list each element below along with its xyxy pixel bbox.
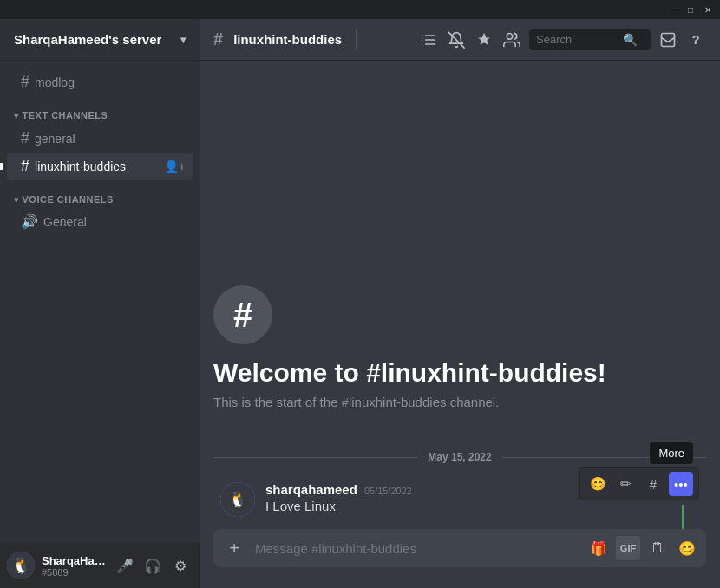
channel-label: general [35,132,75,146]
main-content: # linuxhint-buddies [200,19,720,588]
input-right-actions: 🎁 GIF 🗒 😊 [586,536,699,560]
welcome-section: # Welcome to #linuxhint-buddies! This is… [213,268,706,437]
voice-channels-section[interactable]: ▾ VOICE CHANNELS [0,180,200,208]
avatar: 🐧 [7,552,35,579]
svg-line-6 [448,31,464,47]
gif-label: GIF [620,543,636,553]
mic-icon: 🎤 [116,558,134,574]
user-actions: 🎤 🎧 ⚙ [113,553,193,578]
avatar: 🐧 [220,482,255,517]
user-info: SharqaHam... #5889 [42,554,106,578]
sidebar-item-general[interactable]: # general [7,125,193,152]
user-panel: 🐧 SharqaHam... #5889 🎤 🎧 ⚙ [0,543,200,588]
help-icon[interactable]: ? [685,29,706,50]
more-arrow [682,505,684,529]
server-header[interactable]: SharqaHameed's server ▾ [0,19,200,61]
avatar-emoji: 🐧 [7,552,35,579]
pin-message-button[interactable]: # [641,472,665,496]
pin-icon[interactable] [474,29,494,50]
app: SharqaHameed's server ▾ # modlog ▾ TEXT … [0,19,720,588]
hash-icon: # [21,157,29,175]
more-options-button[interactable]: ••• [669,472,693,496]
edit-icon: ✏ [620,476,632,492]
edit-message-button[interactable]: ✏ [613,472,638,496]
date-divider-text: May 15, 2022 [428,451,491,463]
search-bar[interactable]: 🔍 [529,29,651,50]
section-label-text: VOICE CHANNELS [23,194,114,205]
channel-label: linuxhint-buddies [35,160,126,173]
notifications-icon[interactable] [446,29,467,50]
gif-button[interactable]: GIF [616,536,640,560]
minimize-button[interactable]: − [668,4,678,15]
date-divider: May 15, 2022 [213,451,706,463]
more-icon: ••• [674,477,688,492]
gear-icon: ⚙ [174,558,187,574]
welcome-description: This is the start of the #linuxhint-budd… [213,395,706,409]
channel-header: # linuxhint-buddies [200,19,720,61]
sidebar-item-linuxhint-buddies[interactable]: # linuxhint-buddies 👤+ [7,153,193,180]
channel-header-name: linuxhint-buddies [233,32,342,47]
more-tooltip: More [650,442,693,464]
header-divider [356,29,357,50]
close-button[interactable]: ✕ [703,4,713,15]
emoji-icon: 😊 [590,476,606,492]
message-actions: 😊 ✏ # ••• More [579,467,699,500]
search-icon: 🔍 [623,33,638,47]
message-input-area: + 🎁 GIF 🗒 😊 [200,529,720,588]
sidebar-item-voice-general[interactable]: 🔊 General [7,209,193,234]
message-avatar: 🐧 [220,482,255,517]
emoji-picker-button[interactable]: 😊 [675,536,699,560]
headset-button[interactable]: 🎧 [141,553,165,578]
add-reaction-button[interactable]: 😊 [586,472,610,496]
caret-icon: ▾ [14,111,19,121]
add-attachment-button[interactable]: + [220,534,248,562]
section-label-text: TEXT CHANNELS [23,110,108,121]
user-discriminator: #5889 [42,567,106,578]
channel-list: # modlog ▾ TEXT CHANNELS # general # lin… [0,61,200,543]
sticker-button[interactable]: 🗒 [645,536,670,560]
sidebar: SharqaHameed's server ▾ # modlog ▾ TEXT … [0,19,200,588]
hash-icon: # [21,129,29,147]
message-author: sharqahameed [265,482,357,497]
channel-label: modlog [35,75,75,89]
plus-icon: + [229,539,239,559]
headset-icon: 🎧 [144,558,161,574]
inbox-icon[interactable] [658,29,678,50]
emoji-icon: 😊 [678,540,696,557]
messages-area[interactable]: # Welcome to #linuxhint-buddies! This is… [200,61,720,529]
message-input-box: + 🎁 GIF 🗒 😊 [213,529,706,567]
server-name: SharqaHameed's server [14,32,161,47]
voice-channel-label: General [43,215,87,229]
hash-icon: # [21,73,29,91]
titlebar: − □ ✕ [0,0,720,19]
sidebar-item-modlog[interactable]: # modlog [7,69,193,95]
channel-hash-icon: # [213,29,223,49]
message-input[interactable] [248,532,586,565]
speaker-icon: 🔊 [21,213,38,230]
members-icon[interactable] [501,29,522,50]
server-chevron-icon: ▾ [180,34,186,46]
message-timestamp: 05/15/2022 [364,486,412,496]
text-channels-section[interactable]: ▾ TEXT CHANNELS [0,96,200,124]
message-text: I Love Linux [265,499,699,513]
add-user-icon[interactable]: 👤+ [164,160,186,173]
gift-button[interactable]: 🎁 [586,536,611,560]
caret-icon: ▾ [14,195,19,205]
welcome-title: Welcome to #linuxhint-buddies! [213,358,706,388]
hash-icon: # [650,477,657,492]
table-row: 🐧 sharqahameed 05/15/2022 I Love Linux 😊 [213,477,706,522]
svg-point-7 [507,33,513,39]
maximize-button[interactable]: □ [685,4,696,15]
welcome-icon: # [213,285,272,344]
search-input[interactable] [536,33,623,46]
gift-icon: 🎁 [590,540,607,557]
threads-icon[interactable] [418,29,439,50]
header-actions: 🔍 ? [418,29,706,50]
username: SharqaHam... [42,554,106,567]
mic-button[interactable]: 🎤 [113,553,137,578]
settings-button[interactable]: ⚙ [168,553,193,578]
active-indicator [0,163,3,170]
question-mark-icon: ? [691,32,699,47]
sticker-icon: 🗒 [651,540,664,556]
